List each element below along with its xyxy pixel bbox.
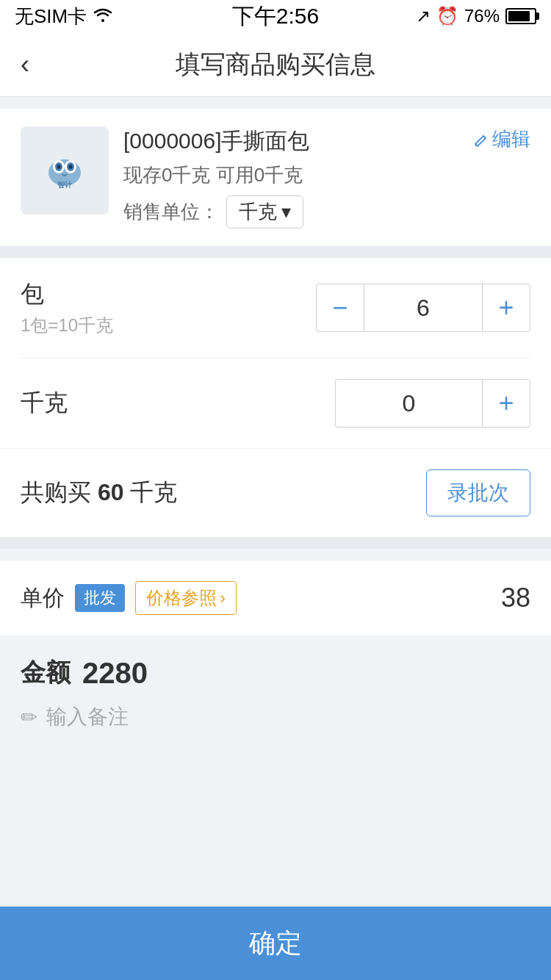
unit-selector[interactable]: 千克 ▾ (226, 195, 303, 228)
bag-decrement-button[interactable]: − (316, 284, 364, 332)
batch-button[interactable]: 录批次 (426, 469, 530, 516)
separator-1 (0, 246, 551, 258)
bag-input-row: 包 1包=10千克 − + (21, 258, 530, 359)
battery-icon (505, 8, 536, 24)
total-value: 60 (98, 479, 130, 505)
status-right: ↗ ⏰ 76% (416, 6, 536, 26)
back-button[interactable]: ‹ (21, 49, 29, 80)
amount-value: 2280 (82, 657, 148, 690)
kg-value-input[interactable] (335, 379, 482, 428)
product-card: 智计 [0000006]手撕面包 编辑 现存0千克 可用0千克 销售单位： 千克… (0, 109, 551, 246)
nav-bar: ‹ 填写商品购买信息 (0, 32, 551, 97)
amount-label: 金额 (21, 656, 71, 690)
svg-point-5 (57, 165, 61, 169)
total-section: 共购买 60 千克 录批次 (0, 448, 551, 537)
separator-2 (0, 537, 551, 549)
edit-button[interactable]: 编辑 (473, 126, 530, 152)
kg-label-main: 千克 (21, 387, 68, 419)
product-stock: 现存0千克 可用0千克 (123, 162, 530, 188)
bag-label-sub: 1包=10千克 (21, 314, 113, 337)
input-section: 包 1包=10千克 − + 千克 + (0, 258, 551, 448)
bag-increment-button[interactable]: + (482, 284, 530, 332)
amount-row: 金额 2280 (21, 656, 530, 690)
svg-text:智计: 智计 (57, 181, 73, 189)
page-title: 填写商品购买信息 (176, 48, 375, 82)
bag-label-main: 包 (21, 278, 113, 311)
chevron-down-icon: ▾ (281, 201, 291, 223)
alarm-icon: ⏰ (436, 6, 458, 26)
price-row: 单价 批发 价格参照 › 38 (21, 581, 530, 615)
price-type-badge: 批发 (75, 584, 125, 612)
kg-increment-button[interactable]: + (482, 379, 530, 428)
price-value: 38 (501, 583, 530, 613)
carrier-text: 无SIM卡 (15, 4, 87, 29)
status-bar: 无SIM卡 下午2:56 ↗ ⏰ 76% (0, 0, 551, 32)
remark-row[interactable]: ✏ 输入备注 (21, 703, 530, 731)
amount-section: 金额 2280 ✏ 输入备注 (0, 635, 551, 746)
confirm-bar[interactable]: 确定 (0, 907, 551, 980)
price-section: 单价 批发 价格参照 › 38 (0, 561, 551, 635)
product-unit-row: 销售单位： 千克 ▾ (123, 195, 530, 228)
product-info: [0000006]手撕面包 编辑 现存0千克 可用0千克 销售单位： 千克 ▾ (123, 126, 530, 228)
remark-placeholder: 输入备注 (46, 703, 129, 731)
bag-label: 包 1包=10千克 (21, 278, 113, 337)
kg-stepper: + (335, 379, 530, 428)
battery-percent: 76% (464, 6, 500, 26)
total-text: 共购买 60 千克 (21, 477, 177, 509)
location-icon: ↗ (416, 6, 431, 26)
price-ref-button[interactable]: 价格参照 › (135, 581, 237, 615)
status-left: 无SIM卡 (15, 4, 113, 29)
svg-point-6 (69, 165, 73, 169)
price-left: 单价 批发 价格参照 › (21, 581, 237, 615)
kg-label: 千克 (21, 387, 68, 419)
product-thumbnail: 智计 (21, 126, 109, 215)
chevron-right-icon: › (220, 588, 226, 608)
price-label: 单价 (21, 583, 65, 613)
product-name: [0000006]手撕面包 (123, 126, 473, 156)
confirm-button[interactable]: 确定 (249, 926, 302, 962)
status-time: 下午2:56 (232, 1, 319, 32)
pencil-icon: ✏ (21, 705, 37, 729)
bag-stepper: − + (316, 284, 530, 332)
bag-value-input[interactable] (364, 284, 482, 332)
wifi-icon (93, 5, 113, 28)
unit-label: 销售单位： (123, 199, 219, 225)
kg-input-row: 千克 + (21, 359, 530, 448)
